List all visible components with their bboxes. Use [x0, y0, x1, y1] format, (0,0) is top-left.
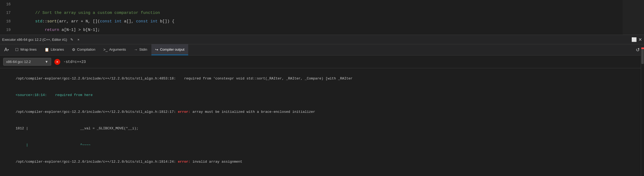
output-text-1: required from 'constexpr void std::sort(… [176, 77, 353, 81]
line-content-18: std::sort(arr, arr + N, [](const int a[]… [16, 17, 174, 26]
font-size-icon: A [4, 47, 7, 53]
line-content-20: }); [16, 34, 42, 35]
executor-title: Executor x86-64 gcc 12.2 (C++, Editor #1… [2, 38, 67, 42]
line-number-20: 20 [0, 34, 16, 35]
main-container: 16 17 // Sort the array using a custom c… [0, 0, 644, 176]
code-line-17: 17 // Sort the array using a custom comp… [0, 9, 644, 17]
output-error-label-3: error: [178, 110, 190, 114]
output-text-3: array must be initialized with a brace-e… [190, 110, 315, 114]
tab-wrap-lines-label: Wrap lines [20, 47, 37, 51]
libraries-icon: 📋 [45, 47, 49, 52]
dropdown-arrow-icon: ▼ [45, 60, 48, 64]
output-caret-5: | ^~~~~ [16, 143, 91, 147]
output-line-6: /opt/compiler-explorer/gcc-12.2.0/includ… [3, 154, 641, 170]
line-content-19: return a[N-1] > b[N-1]; [16, 26, 100, 34]
executor-window-close-button[interactable]: ✕ [638, 37, 642, 42]
output-path-3: /opt/compiler-explorer/gcc-12.2.0/includ… [16, 110, 178, 114]
code-editor: 16 17 // Sort the array using a custom c… [0, 0, 644, 35]
tab-stdin-label: Stdin [139, 47, 147, 51]
tab-compilation-label: Compilation [77, 47, 95, 51]
scrollbar-right[interactable] [641, 47, 644, 176]
tabs-bar: A ▾ ☐ Wrap lines 📋 Libraries ⚙ Compilati… [0, 44, 644, 55]
arguments-icon: >_ [103, 47, 108, 52]
output-path-6: /opt/compiler-explorer/gcc-12.2.0/includ… [16, 160, 178, 164]
wrap-lines-icon: ☐ [15, 47, 19, 52]
output-error-label-6: error: [178, 160, 190, 164]
output-area[interactable]: /opt/compiler-explorer/gcc-12.2.0/includ… [0, 68, 644, 176]
line-number-16: 16 [0, 0, 16, 9]
compiler-name-label: x86-64 gcc 12.2 [6, 60, 31, 64]
line-number-17: 17 [0, 9, 16, 17]
tab-libraries[interactable]: 📋 Libraries [41, 44, 68, 55]
line-number-19: 19 [0, 26, 16, 34]
output-text-6: invalid array assignment [190, 160, 242, 164]
error-scroll-indicator [641, 47, 644, 49]
compiler-output-icon: ↪ [155, 47, 158, 52]
output-source-suffix: required from here [47, 93, 93, 97]
output-source-link: <source>:18:14: [16, 93, 47, 97]
tab-arguments-label: Arguments [109, 47, 126, 51]
tab-compiler-output-label: Compiler output [160, 47, 184, 51]
executor-edit-button[interactable]: ✎ [69, 37, 74, 42]
output-code-4: 1812 | __val = _GLIBCXX_MOVE(*__i); [16, 126, 138, 130]
output-path-1: /opt/compiler-explorer/gcc-12.2.0/includ… [16, 77, 176, 81]
tab-arguments[interactable]: >_ Arguments [100, 44, 130, 55]
font-size-button[interactable]: A ▾ [2, 44, 11, 55]
compiler-row: x86-64 gcc 12.2 ▼ ✕ -std=c++23 [0, 55, 644, 68]
scrollbar-thumb[interactable] [641, 48, 644, 64]
output-line-2: <source>:18:14: required from here [3, 87, 641, 103]
compiler-select[interactable]: x86-64 gcc 12.2 ▼ [3, 58, 51, 66]
tab-libraries-label: Libraries [51, 47, 64, 51]
executor-close-button[interactable]: × [77, 37, 81, 42]
output-line-3: /opt/compiler-explorer/gcc-12.2.0/includ… [3, 104, 641, 120]
close-icon: ✕ [638, 37, 642, 42]
executor-maximize-button[interactable]: ⬜ [631, 37, 637, 42]
line-number-18: 18 [0, 17, 16, 26]
output-line-7: 1814 | *__first = _GLIBCXX_MOVE(__val); [3, 170, 641, 176]
compiler-args: -std=c++23 [63, 60, 86, 64]
output-line-1: /opt/compiler-explorer/gcc-12.2.0/includ… [3, 70, 641, 87]
code-line-19: 19 return a[N-1] > b[N-1]; [0, 26, 644, 34]
stdin-icon: → [134, 47, 138, 52]
error-x-icon: ✕ [56, 59, 58, 64]
error-indicator[interactable]: ✕ [54, 59, 60, 65]
line-content-17: // Sort the array using a custom compara… [16, 9, 160, 17]
tab-wrap-lines[interactable]: ☐ Wrap lines [11, 44, 40, 55]
refresh-icon: ↺ [636, 47, 640, 53]
tab-stdin[interactable]: → Stdin [130, 44, 151, 55]
code-line-18: 18 std::sort(arr, arr + N, [](const int … [0, 17, 644, 26]
executor-bar: Executor x86-64 gcc 12.2 (C++, Editor #1… [0, 35, 644, 44]
font-size-arrow: ▾ [7, 48, 9, 51]
output-line-5: | ^~~~~ [3, 137, 641, 154]
compilation-icon: ⚙ [72, 47, 75, 52]
code-line-20: 20 }); [0, 34, 644, 35]
minimap [623, 0, 644, 35]
output-line-4: 1812 | __val = _GLIBCXX_MOVE(*__i); [3, 120, 641, 137]
tab-compiler-output[interactable]: ↪ Compiler output [151, 44, 188, 55]
tab-compilation[interactable]: ⚙ Compilation [68, 44, 99, 55]
maximize-icon: ⬜ [631, 37, 637, 42]
code-line-16: 16 [0, 0, 644, 9]
code-lines: 16 17 // Sort the array using a custom c… [0, 0, 644, 35]
